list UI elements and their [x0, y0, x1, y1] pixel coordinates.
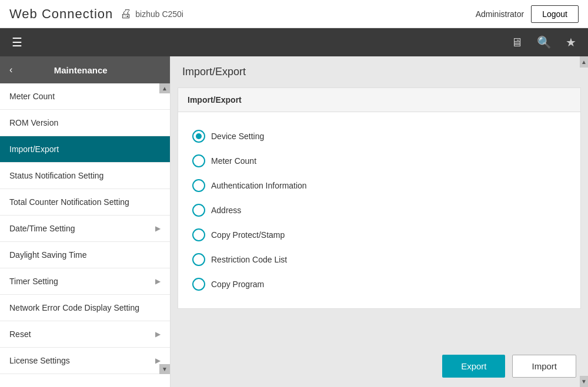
radio-option-copy-protect[interactable]: Copy Protect/Stamp	[192, 223, 566, 247]
admin-label: Administrator	[476, 9, 524, 19]
sidebar-item-import-export[interactable]: Import/Export	[0, 136, 170, 163]
toolbar-left: ☰	[7, 31, 27, 54]
star-button[interactable]: ★	[561, 31, 581, 54]
device-info: 🖨 bizhub C250i	[120, 7, 183, 21]
license-arrow-icon: ▶	[155, 356, 161, 365]
sidebar-item-network-error[interactable]: Network Error Code Display Setting	[0, 295, 170, 321]
sidebar-title: Maintenance	[54, 65, 108, 75]
sidebar-header: ‹ Maintenance	[0, 56, 170, 83]
radio-auth-info[interactable]	[192, 179, 205, 192]
radio-address[interactable]	[192, 204, 205, 217]
toolbar: ☰ 🖥 🔍 ★	[0, 28, 588, 56]
content-area: ▲ Import/Export Import/Export Device Set…	[171, 56, 588, 387]
import-button[interactable]: Import	[512, 355, 576, 378]
content-scroll-down-button[interactable]: ▼	[580, 376, 588, 387]
sidebar-item-license[interactable]: License Settings ▶	[0, 348, 170, 374]
content-title: Import/Export	[171, 56, 588, 88]
toolbar-right: 🖥 🔍 ★	[506, 31, 581, 54]
content-box: Import/Export Device Setting Meter Count…	[178, 88, 581, 309]
timer-arrow-icon: ▶	[155, 277, 161, 285]
radio-device-setting[interactable]	[192, 130, 205, 143]
content-box-header: Import/Export	[178, 88, 580, 112]
radio-label-address: Address	[211, 206, 241, 215]
star-icon: ★	[566, 36, 576, 49]
sidebar-item-datetime[interactable]: Date/Time Setting ▶	[0, 216, 170, 242]
radio-restriction-code[interactable]	[192, 253, 205, 266]
datetime-arrow-icon: ▶	[155, 224, 161, 233]
search-icon: 🔍	[537, 36, 552, 49]
sidebar: ‹ Maintenance ▲ Meter Count ROM Version …	[0, 56, 171, 387]
cart-button[interactable]: 🖥	[506, 31, 527, 54]
radio-option-address[interactable]: Address	[192, 198, 566, 223]
sidebar-item-timer[interactable]: Timer Setting ▶	[0, 268, 170, 295]
sidebar-item-status-notification[interactable]: Status Notification Setting	[0, 163, 170, 189]
sidebar-scroll-down-button[interactable]: ▼	[159, 364, 170, 374]
header-right: Administrator Logout	[476, 5, 579, 23]
radio-label-meter-count: Meter Count	[211, 156, 256, 166]
radio-option-copy-program[interactable]: Copy Program	[192, 272, 566, 297]
radio-copy-protect[interactable]	[192, 228, 205, 241]
radio-option-device-setting[interactable]: Device Setting	[192, 124, 566, 149]
radio-label-copy-protect: Copy Protect/Stamp	[211, 230, 285, 240]
content-footer: Export Import	[171, 345, 588, 387]
cart-icon: 🖥	[511, 36, 523, 49]
sidebar-item-total-counter[interactable]: Total Counter Notification Setting	[0, 189, 170, 216]
main-layout: ‹ Maintenance ▲ Meter Count ROM Version …	[0, 56, 588, 387]
header: Web Connection 🖨 bizhub C250i Administra…	[0, 0, 588, 28]
radio-label-device-setting: Device Setting	[211, 132, 264, 141]
app-title: Web Connection	[9, 6, 113, 22]
radio-label-restriction-code: Restriction Code List	[211, 255, 287, 264]
export-button[interactable]: Export	[442, 355, 505, 378]
radio-option-auth-info[interactable]: Authentication Information	[192, 173, 566, 198]
sidebar-item-rom-version[interactable]: ROM Version	[0, 110, 170, 136]
sidebar-back-button[interactable]: ‹	[9, 65, 12, 75]
menu-button[interactable]: ☰	[7, 31, 27, 54]
header-left: Web Connection 🖨 bizhub C250i	[9, 6, 183, 22]
printer-icon: 🖨	[120, 7, 132, 21]
logout-button[interactable]: Logout	[531, 5, 579, 23]
reset-arrow-icon: ▶	[155, 330, 161, 338]
radio-meter-count[interactable]	[192, 154, 205, 167]
radio-option-meter-count[interactable]: Meter Count	[192, 149, 566, 173]
sidebar-item-meter-count[interactable]: Meter Count	[0, 83, 170, 110]
content-box-body: Device Setting Meter Count Authenticatio…	[178, 112, 580, 308]
radio-option-restriction-code[interactable]: Restriction Code List	[192, 247, 566, 272]
search-button[interactable]: 🔍	[532, 31, 556, 54]
sidebar-scroll-up-button[interactable]: ▲	[159, 83, 170, 93]
sidebar-item-daylight-saving[interactable]: Daylight Saving Time	[0, 242, 170, 268]
device-name: bizhub C250i	[135, 9, 183, 19]
hamburger-icon: ☰	[12, 36, 22, 49]
radio-label-copy-program: Copy Program	[211, 280, 264, 289]
content-scroll-up-button[interactable]: ▲	[580, 56, 588, 68]
radio-label-auth-info: Authentication Information	[211, 181, 307, 190]
radio-copy-program[interactable]	[192, 278, 205, 291]
sidebar-item-reset[interactable]: Reset ▶	[0, 321, 170, 348]
